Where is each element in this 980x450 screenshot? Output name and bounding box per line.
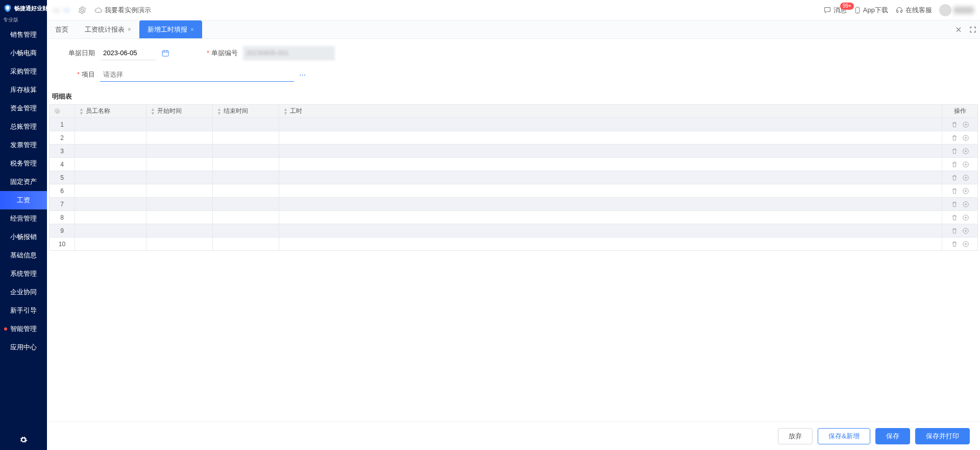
cell-end[interactable] xyxy=(213,118,279,131)
sidebar-item-0[interactable]: 销售管理 xyxy=(0,26,47,44)
cell-end[interactable] xyxy=(213,211,279,224)
save-button[interactable]: 保存 xyxy=(875,428,910,444)
cell-end[interactable] xyxy=(213,224,279,238)
sidebar-item-3[interactable]: 库存核算 xyxy=(0,81,47,99)
row-delete-button[interactable] xyxy=(951,161,958,168)
sidebar-item-6[interactable]: 发票管理 xyxy=(0,136,47,154)
cell-employee[interactable] xyxy=(75,171,146,184)
row-delete-button[interactable] xyxy=(951,241,958,248)
sidebar-settings[interactable] xyxy=(0,430,47,450)
sidebar-item-1[interactable]: 小畅电商 xyxy=(0,44,47,62)
sidebar-item-13[interactable]: 系统管理 xyxy=(0,265,47,283)
sidebar-item-16[interactable]: 智能管理 xyxy=(0,320,47,338)
tab-close-icon[interactable]: × xyxy=(128,26,131,33)
cell-hours[interactable] xyxy=(279,198,942,211)
cell-start[interactable] xyxy=(146,158,213,171)
cell-start[interactable] xyxy=(146,184,213,198)
col-employee[interactable]: ▲▼员工名称 xyxy=(75,105,146,118)
sidebar-item-7[interactable]: 税务管理 xyxy=(0,154,47,173)
sidebar-item-12[interactable]: 基础信息 xyxy=(0,246,47,265)
cell-employee[interactable] xyxy=(75,211,146,224)
cell-start[interactable] xyxy=(146,171,213,184)
discard-button[interactable]: 放弃 xyxy=(778,428,813,444)
save-and-print-button[interactable]: 保存并打印 xyxy=(915,428,970,444)
fullscreen-button[interactable] xyxy=(966,22,980,37)
cell-hours[interactable] xyxy=(279,158,942,171)
cell-start[interactable] xyxy=(146,131,213,145)
cell-end[interactable] xyxy=(213,238,279,251)
cell-employee[interactable] xyxy=(75,158,146,171)
cell-employee[interactable] xyxy=(75,145,146,158)
row-delete-button[interactable] xyxy=(951,214,958,221)
app-download-button[interactable]: App下载 xyxy=(854,6,888,15)
cell-end[interactable] xyxy=(213,158,279,171)
col-rownum[interactable] xyxy=(50,105,75,118)
org-settings-button[interactable] xyxy=(76,4,88,16)
sidebar-item-10[interactable]: 经营管理 xyxy=(0,209,47,228)
cell-hours[interactable] xyxy=(279,211,942,224)
cell-start[interactable] xyxy=(146,238,213,251)
cell-hours[interactable] xyxy=(279,145,942,158)
save-and-new-button[interactable]: 保存&新增 xyxy=(818,428,870,444)
cell-start[interactable] xyxy=(146,224,213,238)
service-button[interactable]: 在线客服 xyxy=(895,6,932,15)
row-add-button[interactable] xyxy=(962,187,969,195)
cell-employee[interactable] xyxy=(75,131,146,145)
cell-start[interactable] xyxy=(146,145,213,158)
cell-employee[interactable] xyxy=(75,198,146,211)
row-add-button[interactable] xyxy=(962,161,969,168)
cell-end[interactable] xyxy=(213,145,279,158)
cell-end[interactable] xyxy=(213,184,279,198)
messages-button[interactable]: 消息 99+ xyxy=(823,6,847,15)
cell-hours[interactable] xyxy=(279,224,942,238)
tab-2[interactable]: 新增工时填报× xyxy=(139,20,202,38)
sidebar-item-11[interactable]: 小畅报销 xyxy=(0,228,47,246)
sidebar-item-8[interactable]: 固定资产 xyxy=(0,173,47,191)
row-delete-button[interactable] xyxy=(951,148,958,155)
close-all-tabs-button[interactable] xyxy=(951,22,966,37)
demo-link[interactable]: 我要看实例演示 xyxy=(94,6,151,15)
cell-end[interactable] xyxy=(213,131,279,145)
sidebar-item-15[interactable]: 新手引导 xyxy=(0,301,47,320)
sidebar-item-5[interactable]: 总账管理 xyxy=(0,117,47,136)
col-end[interactable]: ▲▼结束时间 xyxy=(213,105,279,118)
org-selector[interactable]: — xyxy=(53,6,70,14)
date-input[interactable] xyxy=(100,46,156,60)
sidebar-item-14[interactable]: 企业协同 xyxy=(0,283,47,301)
row-add-button[interactable] xyxy=(962,121,969,128)
cell-start[interactable] xyxy=(146,118,213,131)
col-start[interactable]: ▲▼开始时间 xyxy=(146,105,213,118)
sidebar-item-2[interactable]: 采购管理 xyxy=(0,62,47,81)
project-input[interactable] xyxy=(100,67,294,82)
row-delete-button[interactable] xyxy=(951,121,958,128)
cell-hours[interactable] xyxy=(279,171,942,184)
cell-start[interactable] xyxy=(146,211,213,224)
row-add-button[interactable] xyxy=(962,227,969,234)
row-delete-button[interactable] xyxy=(951,201,958,208)
user-menu[interactable] xyxy=(939,4,974,16)
cell-hours[interactable] xyxy=(279,238,942,251)
row-add-button[interactable] xyxy=(962,174,969,181)
project-more-button[interactable]: ⋯ xyxy=(299,71,307,79)
cell-hours[interactable] xyxy=(279,131,942,145)
cell-end[interactable] xyxy=(213,171,279,184)
tab-close-icon[interactable]: × xyxy=(190,26,194,33)
row-delete-button[interactable] xyxy=(951,134,958,141)
calendar-icon[interactable] xyxy=(161,49,169,57)
row-delete-button[interactable] xyxy=(951,227,958,234)
row-delete-button[interactable] xyxy=(951,174,958,181)
cell-employee[interactable] xyxy=(75,224,146,238)
cell-hours[interactable] xyxy=(279,118,942,131)
col-hours[interactable]: ▲▼工时 xyxy=(279,105,942,118)
tab-1[interactable]: 工资统计报表× xyxy=(77,20,139,38)
row-add-button[interactable] xyxy=(962,201,969,208)
row-delete-button[interactable] xyxy=(951,187,958,195)
cell-hours[interactable] xyxy=(279,184,942,198)
cell-end[interactable] xyxy=(213,198,279,211)
cell-employee[interactable] xyxy=(75,184,146,198)
row-add-button[interactable] xyxy=(962,241,969,248)
sidebar-item-9[interactable]: 工资 xyxy=(0,191,47,209)
cell-employee[interactable] xyxy=(75,118,146,131)
sidebar-item-4[interactable]: 资金管理 xyxy=(0,99,47,117)
tab-0[interactable]: 首页 xyxy=(47,20,77,38)
